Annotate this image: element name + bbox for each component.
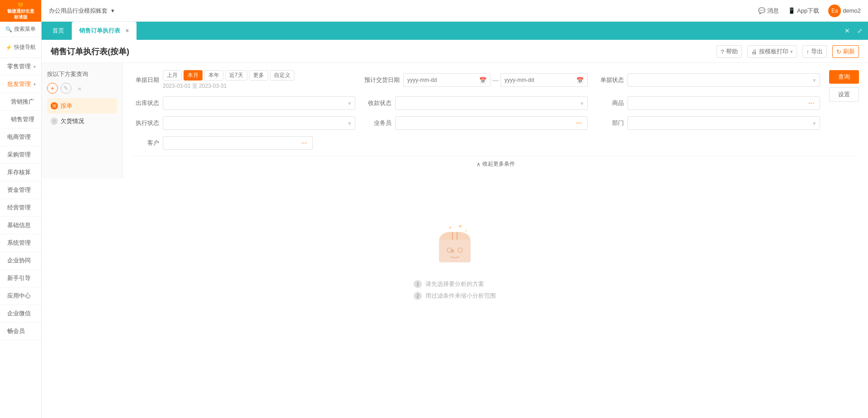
sidebar-nav: ⚡ 快捷导航: [0, 37, 41, 58]
system-label: 系统管理: [7, 239, 31, 247]
product-ellipsis[interactable]: ···: [807, 99, 816, 107]
refresh-icon: ↻: [836, 48, 841, 55]
search-label: 搜索菜单: [14, 25, 36, 33]
app-download-label: App下载: [797, 7, 819, 15]
salesperson-ellipsis[interactable]: ···: [574, 119, 584, 127]
window-maximize-btn[interactable]: ⤢: [855, 25, 864, 36]
sidebar-item-member[interactable]: 畅会员: [0, 323, 41, 340]
cal-end-icon[interactable]: 📅: [576, 77, 584, 84]
customer-ellipsis[interactable]: ···: [299, 139, 309, 147]
expected-date-start-wrap: 📅: [403, 73, 491, 87]
sidebar-item-sales[interactable]: 销售管理: [0, 111, 41, 128]
filter-fields-area: 单据日期 上月 本月 本年 近7天 更多 自定义: [132, 70, 820, 156]
delivery-status-select[interactable]: ▾: [163, 96, 355, 110]
sidebar-item-wechat[interactable]: 企业微信: [0, 305, 41, 323]
add-scheme-btn[interactable]: +: [47, 83, 58, 94]
refresh-action[interactable]: ↻ 刷新: [832, 45, 859, 58]
sidebar-item-wholesale[interactable]: 批发管理 ▾: [0, 76, 41, 93]
sidebar-item-basic[interactable]: 基础信息: [0, 217, 41, 234]
sidebar-item-operations[interactable]: 经营管理: [0, 199, 41, 217]
filter-item-bill-date: 单据日期 上月 本月 本年 近7天 更多 自定义: [132, 70, 355, 90]
wechat-label: 企业微信: [7, 309, 31, 318]
print-label: 按模板打印: [759, 48, 788, 56]
filter-item-customer: 客户 ···: [132, 136, 313, 150]
refresh-label: 刷新: [843, 48, 855, 56]
date-btn-本月[interactable]: 本月: [184, 70, 203, 81]
ecommerce-label: 电商管理: [7, 133, 31, 141]
sidebar-item-marketing[interactable]: 营销推广: [0, 93, 41, 111]
inventory-label: 库存核算: [7, 168, 31, 176]
svg-point-2: [465, 230, 467, 232]
bill-status-select[interactable]: ▾: [627, 73, 820, 87]
sidebar-item-quick-nav[interactable]: ⚡ 快捷导航: [0, 40, 41, 55]
date-btn-近7天[interactable]: 近7天: [225, 70, 247, 81]
cal-start-icon[interactable]: 📅: [479, 77, 486, 84]
sidebar-item-inventory[interactable]: 库存核算: [0, 164, 41, 181]
header-breadcrumb: 办公用品行业模拟账套 ▾: [49, 7, 114, 15]
window-close-btn[interactable]: ✕: [843, 25, 852, 36]
sidebar-item-enterprise[interactable]: 企业协同: [0, 252, 41, 270]
user-action[interactable]: Ea demo2: [828, 5, 861, 17]
sidebar-item-purchase[interactable]: 采购管理: [0, 146, 41, 164]
product-input[interactable]: ···: [627, 96, 820, 110]
date-btn-上月[interactable]: 上月: [163, 70, 182, 81]
collapse-more-bar[interactable]: ∧ 收起更多条件: [132, 156, 859, 171]
sidebar: 🧡 畅捷通好生意 标准版 🔍 搜索菜单 ⚡ 快捷导航 零售管理 ▾ 批发管理 ▾…: [0, 0, 42, 418]
sidebar-logo: 🧡 畅捷通好生意 标准版: [0, 0, 41, 22]
search-icon: 🔍: [5, 26, 12, 33]
settings-button[interactable]: 设置: [829, 87, 859, 102]
app-download-action[interactable]: 📱 App下载: [788, 7, 819, 15]
filter-left-actions: + ✎ «: [47, 83, 117, 94]
collapse-left-btn[interactable]: «: [74, 83, 85, 94]
sidebar-item-newuser[interactable]: 新手引导: [0, 270, 41, 287]
newuser-label: 新手引导: [7, 274, 31, 282]
finance-label: 资金管理: [7, 186, 31, 194]
export-action[interactable]: ↑ 导出: [802, 45, 827, 58]
filter-row-3: 执行状态 ▾ 业务员 ···: [132, 116, 820, 130]
svg-point-3: [449, 227, 451, 228]
sidebar-item-system[interactable]: 系统管理: [0, 234, 41, 252]
customer-input[interactable]: ···: [163, 136, 313, 150]
tab-home-label: 首页: [52, 27, 64, 35]
edit-scheme-btn[interactable]: ✎: [61, 83, 71, 94]
sidebar-search[interactable]: 🔍 搜索菜单: [0, 22, 41, 37]
logo-text: 畅捷通好生意: [7, 8, 34, 14]
sidebar-item-ecommerce[interactable]: 电商管理: [0, 128, 41, 146]
salesperson-input[interactable]: ···: [395, 116, 588, 130]
exec-status-select[interactable]: ▾: [163, 116, 355, 130]
filter-row-2: 出库状态 ▾ 收款状态 ▾: [132, 96, 820, 110]
query-button[interactable]: 查询: [829, 70, 859, 84]
scheme-item-按单[interactable]: 按 按单: [47, 98, 117, 114]
message-label: 消息: [767, 7, 779, 15]
filter-item-bill-status: 单据状态 ▾: [597, 73, 820, 87]
payment-status-select[interactable]: ▾: [395, 96, 588, 110]
print-action[interactable]: 🖨 按模板打印 ▾: [747, 45, 797, 58]
sidebar-item-retail[interactable]: 零售管理 ▾: [0, 58, 41, 76]
sidebar-menu: 零售管理 ▾ 批发管理 ▾ 营销推广 销售管理 电商管理 采购管理 库存核算 资…: [0, 58, 41, 418]
sidebar-item-finance[interactable]: 资金管理: [0, 181, 41, 199]
filter-item-exec-status: 执行状态 ▾: [132, 116, 355, 130]
scheme-item-欠货情况[interactable]: 欠 欠货情况: [47, 114, 117, 129]
tab-home[interactable]: 首页: [45, 22, 72, 40]
sidebar-item-apps[interactable]: 应用中心: [0, 287, 41, 305]
empty-state: 1 请先选择要分析的方案 2 用过滤条件来缩小分析范围: [42, 179, 868, 327]
help-action[interactable]: ? 帮助: [717, 45, 741, 58]
filter-item-department: 部门 ▾: [597, 116, 820, 130]
department-label: 部门: [597, 119, 624, 127]
date-btn-更多[interactable]: 更多: [249, 70, 268, 81]
date-btn-自定义[interactable]: 自定义: [270, 70, 294, 81]
breadcrumb-chevron[interactable]: ▾: [111, 7, 114, 14]
filter-row-4: 客户 ···: [132, 136, 820, 150]
tab-sales-exec[interactable]: 销售订单执行表 ×: [72, 22, 137, 40]
tab-close-icon[interactable]: ×: [126, 28, 129, 34]
date-btn-本年[interactable]: 本年: [204, 70, 223, 81]
department-select[interactable]: ▾: [627, 116, 820, 130]
message-action[interactable]: 💬 消息: [758, 7, 779, 15]
basic-label: 基础信息: [7, 221, 31, 229]
scheme-dot-按单: 按: [51, 102, 58, 109]
scheme-icon-按单: 按: [52, 103, 57, 109]
expected-date-start[interactable]: [407, 77, 477, 83]
expected-date-end[interactable]: [505, 77, 575, 83]
exec-chevron: ▾: [348, 120, 351, 127]
help-label: 帮助: [726, 48, 738, 56]
